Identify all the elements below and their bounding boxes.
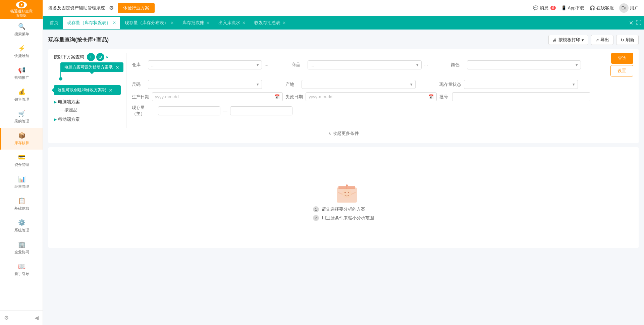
printer-icon: 🖨 xyxy=(553,38,557,43)
message-icon: 💬 xyxy=(533,5,538,10)
tab-home[interactable]: 首页 xyxy=(46,17,62,29)
color-select[interactable]: ▾ xyxy=(467,60,581,69)
stock-qty-min[interactable] xyxy=(158,106,220,115)
origin-select[interactable]: ▾ xyxy=(302,80,416,89)
operations-icon: 📊 xyxy=(18,175,25,183)
copy-scheme-btn[interactable]: ⊙ xyxy=(96,53,104,61)
page-header: 现存量查询(按仓库+商品) 🖨 按模板打印 ▾ ↗ 导出 ↻ 刷新 xyxy=(48,35,639,45)
settings-footer-btn[interactable]: ⚙ xyxy=(4,315,9,321)
expire-date-input[interactable]: yyyy-mm-dd 📅 xyxy=(306,92,436,101)
home-tab-label: 首页 xyxy=(50,20,58,26)
chevron-down-icon-status: ▾ xyxy=(573,82,575,87)
collapse-btn[interactable]: ∧ 收起更多条件 xyxy=(54,128,633,139)
tab-bar: 首页 现存量（库存状况表） ✕ 现存量（库存分布表） ✕ 库存批次账 ✕ 出入库… xyxy=(43,16,644,30)
sidebar-item-enterprise[interactable]: 🏢 企业协同 xyxy=(0,237,43,259)
scheme-panel: 按以下方案查询 + ⊙ « 电脑方案可设为移动方案哦 ✕ xyxy=(54,53,121,128)
goods-select[interactable]: ... ▾ xyxy=(308,60,422,69)
warehouse-select[interactable]: ... ▾ xyxy=(148,60,262,69)
sidebar-item-marketing[interactable]: 📢 营销推广 xyxy=(0,62,43,84)
goods-label: 商品 xyxy=(291,62,305,68)
batch-ledger-tab-label: 库存批次账 xyxy=(182,20,204,26)
sidebar-item-quick-nav[interactable]: ⚡ 快捷导航 xyxy=(0,41,43,62)
chevron-down-icon-origin: ▾ xyxy=(410,82,413,87)
tab-collect-summary[interactable]: 收发存汇总表 ✕ xyxy=(250,17,290,29)
tab-batch-ledger[interactable]: 库存批次账 ✕ xyxy=(178,17,214,29)
panel-divider xyxy=(126,53,126,128)
user-btn[interactable]: Ea 用户 xyxy=(619,3,639,13)
tab-inout-flow[interactable]: 出入库流水 ✕ xyxy=(214,17,250,29)
scheme-node-mobile[interactable]: ▶ 移动端方案 xyxy=(54,115,121,124)
search-btn[interactable]: 查询 xyxy=(611,53,633,64)
filter-row-4: 现存量（主） — xyxy=(132,105,633,117)
nav-left-btn[interactable]: « xyxy=(106,54,109,60)
warehouse-more-btn[interactable]: ··· xyxy=(265,62,268,67)
filter-action-btns: 查询 设置 xyxy=(610,53,633,76)
color-label: 颜色 xyxy=(451,62,464,68)
warehouse-label: 仓库 xyxy=(132,62,145,68)
tab-close-batch-ledger[interactable]: ✕ xyxy=(206,20,210,25)
sidebar-item-basic-info[interactable]: 📋 基础信息 xyxy=(0,193,43,215)
stock-qty-label: 现存量（主） xyxy=(132,105,155,117)
industry-btn[interactable]: 体验行业方案 xyxy=(118,3,155,13)
goods-more-btn[interactable]: ··· xyxy=(424,62,428,67)
sidebar-item-inventory[interactable]: 📦 库存核算 xyxy=(0,128,43,150)
size-label: 尺码 xyxy=(132,82,145,88)
online-support-btn[interactable]: 🎧 在线客服 xyxy=(590,5,614,11)
chevron-down-icon-color: ▾ xyxy=(576,62,578,67)
tab-inventory-dist[interactable]: 现存量（库存分布表） ✕ xyxy=(121,17,178,29)
prod-date-label: 生产日期 xyxy=(132,94,149,100)
svg-point-2 xyxy=(342,189,352,198)
tab-close-inout-flow[interactable]: ✕ xyxy=(242,20,246,25)
empty-steps: 1 请先选择要分析的方案 2 用过滤条件来缩小分析范围 xyxy=(313,206,374,221)
scheme-child-item[interactable]: ─ 按照品 xyxy=(60,106,121,114)
export-btn[interactable]: ↗ 导出 xyxy=(591,35,613,45)
system-icon: ⚙️ xyxy=(18,219,25,226)
batch-input[interactable] xyxy=(452,92,590,101)
warehouse-value: ... xyxy=(151,62,155,67)
scheme-node-desktop[interactable]: ▶ 电脑端方案 xyxy=(54,98,121,106)
main-area: 装备及固定资产辅助管理系统 ⚙ 体验行业方案 💬 消息 6 📱 App下载 🎧 … xyxy=(43,0,644,325)
stock-status-select[interactable]: ▾ xyxy=(464,80,578,89)
tab-maximize-btn[interactable]: ⛶ xyxy=(636,20,641,26)
add-scheme-btn[interactable]: + xyxy=(87,53,95,61)
scheme-desktop-children: ─ 按照品 xyxy=(54,106,121,114)
collapse-sidebar-btn[interactable]: ◀ xyxy=(35,315,39,321)
app-download-btn[interactable]: 📱 App下载 xyxy=(561,5,584,11)
refresh-btn[interactable]: ↻ 刷新 xyxy=(616,35,639,45)
message-btn[interactable]: 💬 消息 6 xyxy=(533,5,556,11)
data-area: 1 请先选择要分析的方案 2 用过滤条件来缩小分析范围 xyxy=(48,147,639,248)
sidebar-item-sales[interactable]: 💰 销售管理 xyxy=(0,84,43,106)
prod-date-input[interactable]: yyyy-mm-dd 📅 xyxy=(152,92,283,101)
header-left: 装备及固定资产辅助管理系统 ⚙ 体验行业方案 xyxy=(48,3,155,13)
headset-icon: 🎧 xyxy=(590,5,595,10)
tab-inventory-status[interactable]: 现存量（库存状况表） ✕ xyxy=(63,17,120,29)
child-indent: ─ xyxy=(60,108,63,112)
sales-icon: 💰 xyxy=(18,88,25,96)
tab-close-all-btn[interactable]: ✕ xyxy=(629,20,633,26)
tooltip1-close-btn[interactable]: ✕ xyxy=(115,65,119,70)
sidebar-item-search-menu[interactable]: 🔍 搜索菜单 xyxy=(0,19,43,41)
empty-step-2: 2 用过滤条件来缩小分析范围 xyxy=(313,215,374,221)
stock-qty-max[interactable] xyxy=(230,106,292,115)
reset-btn[interactable]: 设置 xyxy=(610,65,633,76)
tab-close-collect-summary[interactable]: ✕ xyxy=(282,20,286,25)
export-icon: ↗ xyxy=(595,38,599,43)
calendar-icon-prod: 📅 xyxy=(274,94,280,99)
sidebar-item-system[interactable]: ⚙️ 系统管理 xyxy=(0,215,43,237)
sidebar-item-finance[interactable]: 💳 资金管理 xyxy=(0,150,43,171)
size-select[interactable]: ▾ xyxy=(148,80,262,89)
tab-close-inventory-status[interactable]: ✕ xyxy=(113,20,116,25)
connector-dot xyxy=(59,77,62,80)
sidebar-item-purchase[interactable]: 🛒 采购管理 xyxy=(0,106,43,128)
quick-nav-icon: ⚡ xyxy=(18,45,25,52)
template-print-btn[interactable]: 🖨 按模板打印 ▾ xyxy=(548,35,588,45)
sidebar-item-operations[interactable]: 📊 经营管理 xyxy=(0,171,43,193)
tooltip2-close-btn[interactable]: ✕ xyxy=(109,88,113,93)
collect-summary-tab-label: 收发存汇总表 xyxy=(254,20,280,26)
header-settings-btn[interactable]: ⚙ xyxy=(109,5,114,11)
sidebar-item-guide[interactable]: 📖 新手引导 xyxy=(0,259,43,280)
goods-value: ... xyxy=(311,62,314,67)
tab-close-inventory-dist[interactable]: ✕ xyxy=(170,20,174,25)
filter-row-3: 生产日期 yyyy-mm-dd 📅 失效日期 yyyy-mm-dd xyxy=(132,92,633,101)
filter-row-1: 仓库 ... ▾ ··· 商品 .. xyxy=(132,53,633,76)
